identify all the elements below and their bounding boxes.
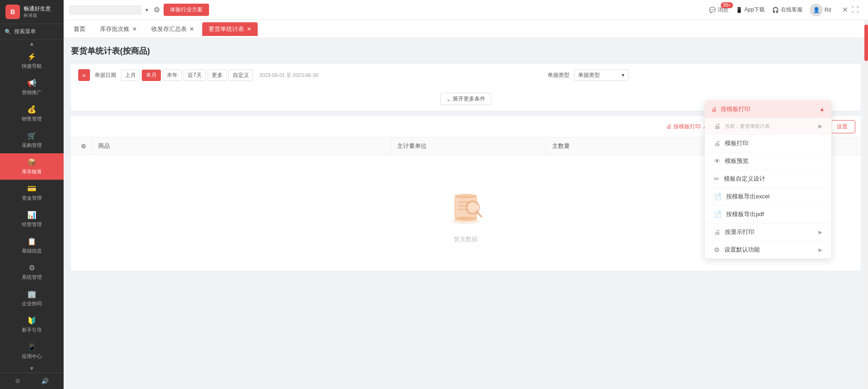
app-download-icon: 📱 bbox=[736, 7, 743, 13]
date-btn-last-month[interactable]: 上月 bbox=[121, 70, 140, 81]
print-icon: 🖨 bbox=[714, 140, 720, 147]
sidebar-item-quick-nav[interactable]: ⚡ 快捷导航 bbox=[0, 48, 64, 74]
tab-order-summary[interactable]: 要货单统计表 ✕ bbox=[202, 22, 258, 36]
online-service-btn[interactable]: 🎧 在线客服 bbox=[772, 6, 803, 14]
maximize-window-btn[interactable]: ⛶ bbox=[852, 6, 859, 14]
user-avatar[interactable]: 👤 Rit bbox=[810, 4, 831, 16]
sidebar-item-app-center[interactable]: 📱 应用中心 bbox=[0, 338, 64, 364]
chevron-down-icon: ▾ bbox=[622, 72, 624, 78]
main-area: ▾ ⚙ 体验行业方案 💬 消息 99+ 📱 App下载 🎧 在线客服 👤 Rit bbox=[64, 0, 868, 389]
sidebar-item-finance[interactable]: 💳 资金管理 bbox=[0, 180, 64, 206]
operation-icon: 📊 bbox=[27, 211, 36, 219]
sidebar-item-operation[interactable]: 📊 经营管理 bbox=[0, 206, 64, 232]
tabs-bar: 首页 库存批次账 ✕ 收发存汇总表 ✕ 要货单统计表 ✕ bbox=[64, 20, 868, 38]
excel-icon: 📄 bbox=[714, 193, 722, 200]
item-label: 模板预览 bbox=[725, 157, 748, 165]
message-btn[interactable]: 💬 消息 99+ bbox=[709, 6, 728, 14]
online-service-label: 在线客服 bbox=[781, 6, 803, 14]
app-download-btn[interactable]: 📱 App下载 bbox=[736, 6, 765, 14]
tab-inventory-batch[interactable]: 库存批次账 ✕ bbox=[94, 22, 143, 36]
current-item-label: 当前：要货单统计表 bbox=[725, 123, 770, 130]
topbar-dropdown-arrow[interactable]: ▾ bbox=[145, 7, 148, 13]
topbar-gear-icon[interactable]: ⚙ bbox=[154, 5, 160, 14]
sidebar-item-system[interactable]: ⚙ 系统管理 bbox=[0, 259, 64, 285]
sidebar-item-label: 销售管理 bbox=[22, 116, 42, 122]
item-left: 🖨 模板打印 bbox=[714, 139, 748, 147]
settings-button[interactable]: 设置 bbox=[829, 120, 855, 133]
logo-icon: B bbox=[5, 5, 20, 19]
scroll-up-arrow[interactable]: ▲ bbox=[26, 40, 37, 48]
message-icon: 💬 bbox=[709, 7, 716, 13]
sidebar-item-label: 库存核算 bbox=[22, 168, 42, 175]
sidebar-item-label: 经营管理 bbox=[22, 221, 42, 228]
edit-icon: ✏ bbox=[714, 175, 719, 182]
page-content: 要货单统计表(按商品) » 单据日期 上月 本月 本年 近7天 更多 自定义 2… bbox=[64, 38, 868, 389]
date-btn-this-year[interactable]: 本年 bbox=[163, 70, 182, 81]
table-th-product: 商品 bbox=[93, 137, 392, 155]
print-dropdown-header[interactable]: 🖨 按模板打印 ▲ bbox=[705, 101, 831, 118]
date-btn-this-month[interactable]: 本月 bbox=[142, 70, 161, 81]
print-dropdown-item-display-print[interactable]: 🖨 按显示打印 ▶ bbox=[705, 223, 831, 241]
sidebar-item-basic[interactable]: 📋 基础信息 bbox=[0, 232, 64, 259]
user-name: Rit bbox=[824, 7, 831, 13]
item-label: 按显示打印 bbox=[725, 228, 754, 236]
page-title: 要货单统计表(按商品) bbox=[71, 45, 861, 56]
guide-icon: 🔰 bbox=[27, 316, 36, 325]
print-dropdown-item-export-pdf[interactable]: 📄 按模板导出pdf bbox=[705, 206, 831, 223]
sidebar-item-label: 营销推广 bbox=[22, 89, 42, 96]
expand-more-btn[interactable]: ⌄ 展开更多条件 bbox=[440, 93, 491, 105]
sidebar-item-inventory[interactable]: 📦 库存核算 bbox=[0, 153, 64, 180]
date-range-text: 2023-06-01 至 2023-06-30 bbox=[259, 72, 319, 79]
printer-dropdown-icon: 🖨 bbox=[711, 106, 717, 113]
sidebar-nav: ⚡ 快捷导航 📢 营销推广 💰 销售管理 🛒 采购管理 📦 库存核算 💳 资金管… bbox=[0, 48, 64, 364]
message-badge: 99+ bbox=[721, 2, 733, 8]
expand-icon: ⌄ bbox=[446, 96, 451, 102]
tab-close-icon[interactable]: ✕ bbox=[132, 26, 137, 32]
date-btn-custom[interactable]: 自定义 bbox=[229, 70, 253, 81]
print-dropdown-item-default-func[interactable]: ⚙ 设置默认功能 ▶ bbox=[705, 241, 831, 258]
scrollbar-thumb[interactable] bbox=[864, 25, 868, 61]
date-btn-more[interactable]: 更多 bbox=[208, 70, 227, 81]
tab-receipt-summary[interactable]: 收发存汇总表 ✕ bbox=[145, 22, 200, 36]
settings-col-icon[interactable]: ⚙ bbox=[81, 143, 86, 150]
topbar-search-input[interactable] bbox=[69, 5, 142, 15]
print-dropdown-item-template-print[interactable]: 🖨 模板打印 bbox=[705, 135, 831, 152]
settings-icon[interactable]: ⚙ bbox=[15, 378, 20, 384]
date-btn-last-7-days[interactable]: 近7天 bbox=[184, 70, 206, 81]
printer-small-icon: 🖨 bbox=[714, 122, 720, 130]
print-dropdown-item-template-custom[interactable]: ✏ 模板自定义设计 bbox=[705, 170, 831, 188]
sidebar-item-enterprise[interactable]: 🏢 企业协同 bbox=[0, 285, 64, 312]
sidebar-item-purchase[interactable]: 🛒 采购管理 bbox=[0, 127, 64, 153]
sidebar-item-label: 资金管理 bbox=[22, 195, 42, 202]
print-dropdown-current[interactable]: 🖨 当前：要货单统计表 ▶ bbox=[705, 118, 831, 135]
tab-home[interactable]: 首页 bbox=[67, 22, 92, 36]
scroll-down-arrow[interactable]: ▼ bbox=[26, 364, 37, 373]
type-filter-label: 单据类型 bbox=[548, 71, 569, 79]
printer-icon: 🖨 bbox=[666, 123, 672, 130]
filter-toggle-btn[interactable]: » bbox=[78, 69, 90, 81]
sidebar-item-marketing[interactable]: 📢 营销推广 bbox=[0, 74, 64, 101]
speaker-icon[interactable]: 🔊 bbox=[41, 378, 49, 384]
item-left: ✏ 模板自定义设计 bbox=[714, 175, 765, 183]
item-left: ⚙ 设置默认功能 bbox=[714, 246, 760, 254]
sidebar-search[interactable]: 🔍 搜索菜单 bbox=[0, 24, 64, 40]
tab-label: 要货单统计表 bbox=[209, 25, 244, 33]
sidebar-item-guide[interactable]: 🔰 新手引导 bbox=[0, 312, 64, 338]
tab-close-icon[interactable]: ✕ bbox=[247, 26, 251, 32]
print-dropdown-item-export-excel[interactable]: 📄 按模板导出excel bbox=[705, 188, 831, 206]
app-logo: B 畅通好生意 标准版 bbox=[0, 0, 64, 24]
topbar: ▾ ⚙ 体验行业方案 💬 消息 99+ 📱 App下载 🎧 在线客服 👤 Rit bbox=[64, 0, 868, 20]
sidebar-item-sales[interactable]: 💰 销售管理 bbox=[0, 101, 64, 127]
th-qty-label: 主数量 bbox=[552, 142, 570, 149]
print-dropdown-item-template-preview[interactable]: 👁 模板预览 bbox=[705, 152, 831, 170]
print-dropdown-title: 🖨 按模板打印 bbox=[711, 105, 750, 113]
sidebar-item-label: 采购管理 bbox=[22, 142, 42, 149]
tab-label: 收发存汇总表 bbox=[151, 25, 187, 33]
print-template-btn[interactable]: 🖨 按模板打印 ▲ bbox=[663, 121, 711, 132]
quick-nav-icon: ⚡ bbox=[27, 52, 36, 61]
trial-button[interactable]: 体验行业方案 bbox=[164, 4, 209, 16]
close-window-btn[interactable]: ✕ bbox=[842, 5, 848, 14]
sidebar-item-label: 企业协同 bbox=[22, 300, 42, 307]
tab-close-icon[interactable]: ✕ bbox=[190, 26, 194, 32]
type-filter-select[interactable]: 单据类型 ▾ bbox=[574, 70, 629, 81]
